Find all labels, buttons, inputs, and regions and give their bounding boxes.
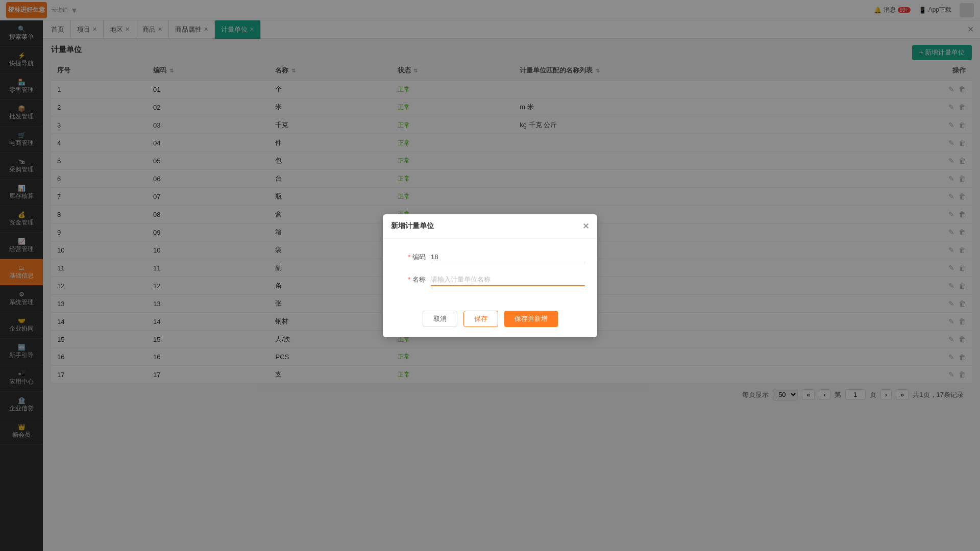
required-star-code: * — [408, 253, 410, 261]
name-label: * 名称 — [395, 275, 426, 284]
code-input[interactable] — [431, 251, 585, 263]
dialog-body: * 编码 * 名称 — [383, 239, 597, 305]
form-row-name: * 名称 — [395, 273, 585, 286]
dialog-title: 新增计量单位 — [391, 221, 434, 231]
save-button[interactable]: 保存 — [463, 311, 498, 327]
dialog-footer: 取消 保存 保存并新增 — [383, 305, 597, 337]
name-input[interactable] — [431, 273, 585, 286]
form-row-code: * 编码 — [395, 251, 585, 263]
save-and-new-button[interactable]: 保存并新增 — [504, 311, 558, 327]
modal-overlay: 新增计量单位 ✕ * 编码 * 名称 取消 保存 保存并新增 — [0, 0, 980, 551]
code-label: * 编码 — [395, 253, 426, 262]
cancel-button[interactable]: 取消 — [423, 311, 457, 327]
dialog-close-button[interactable]: ✕ — [582, 221, 589, 231]
required-star-name: * — [408, 276, 410, 283]
dialog-add-unit: 新增计量单位 ✕ * 编码 * 名称 取消 保存 保存并新增 — [383, 214, 597, 337]
dialog-header: 新增计量单位 ✕ — [383, 214, 597, 239]
